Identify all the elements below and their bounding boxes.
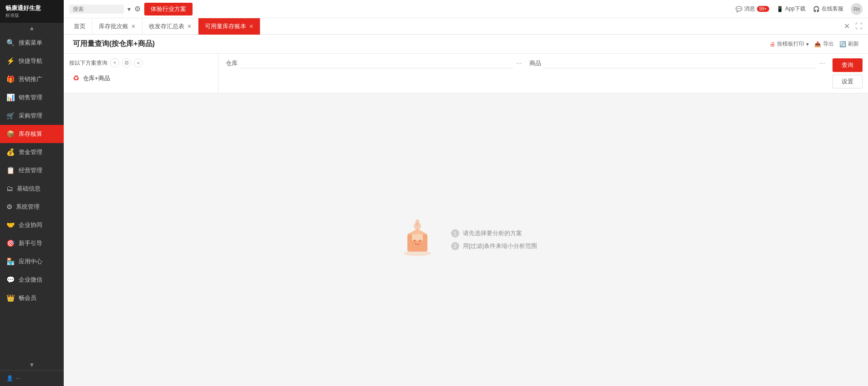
filter-field-warehouse: 仓库 ···: [226, 58, 522, 68]
sidebar-item-search[interactable]: 🔍 搜索菜单: [0, 34, 64, 52]
sidebar-item-sales[interactable]: 📊 销售管理: [0, 88, 64, 107]
refresh-button[interactable]: 🔄 刷新: [839, 40, 859, 48]
svg-rect-3: [412, 234, 423, 241]
sidebar-item-label: 搜索菜单: [19, 39, 42, 47]
sidebar-item-purchase[interactable]: 🛒 采购管理: [0, 107, 64, 125]
sidebar-item-basic[interactable]: 🗂 基础信息: [0, 180, 64, 198]
tab-batch[interactable]: 库存批次账 ✕: [92, 18, 142, 35]
page-title-bar: 可用量查询(按仓库+商品) 🖨 按模板打印 ▾ 📤 导出 🔄 刷新: [64, 35, 868, 54]
empty-hint-2: 2 用[过滤]条件来缩小分析范围: [451, 242, 537, 250]
sidebar-item-shortcut[interactable]: ⚡ 快捷导航: [0, 52, 64, 70]
sidebar-item-label: 销售管理: [19, 93, 42, 102]
purchase-icon: 🛒: [6, 112, 15, 120]
empty-box-svg: [395, 217, 440, 262]
filter-row-1: 仓库 ··· 商品 ···: [226, 58, 825, 68]
appstore-icon: 🏪: [6, 257, 15, 266]
goods-more-button[interactable]: ···: [819, 59, 825, 67]
empty-hints: 1 请先选择要分析的方案 2 用[过滤]条件来缩小分析范围: [451, 229, 537, 250]
basic-icon: 🗂: [6, 185, 13, 192]
sidebar-item-inventory[interactable]: 📦 库存核算: [0, 125, 64, 143]
sidebar-item-system[interactable]: ⚙ 系统管理: [0, 198, 64, 216]
tab-available-close[interactable]: ✕: [249, 23, 254, 30]
svg-point-8: [419, 240, 421, 242]
message-item[interactable]: 💬 消息 99+: [736, 5, 769, 13]
export-icon: 📤: [814, 41, 821, 47]
filter-field-goods: 商品 ···: [529, 58, 826, 68]
goods-label: 商品: [529, 59, 541, 67]
guide-icon: 🎯: [6, 239, 15, 247]
collapse-button[interactable]: «: [134, 58, 143, 67]
sidebar-item-label: 基础信息: [17, 185, 41, 193]
sidebar-item-enterprise[interactable]: 🤝 企业协同: [0, 216, 64, 234]
print-label: 按模板打印: [777, 40, 804, 48]
sidebar-item-label: 营销推广: [19, 75, 42, 83]
hint-text-1: 请先选择要分析的方案: [463, 229, 522, 237]
enterprise-icon: 🤝: [6, 221, 15, 229]
online-service-label: 在线客服: [822, 5, 843, 13]
trial-button[interactable]: 体验行业方案: [144, 3, 193, 15]
gear-button[interactable]: ⚙: [134, 5, 141, 13]
dropdown-button[interactable]: ▾: [127, 5, 131, 13]
user-avatar-small: 👤: [6, 375, 13, 381]
page-content: 可用量查询(按仓库+商品) 🖨 按模板打印 ▾ 📤 导出 🔄 刷新: [64, 35, 868, 386]
query-button[interactable]: 查询: [832, 58, 863, 72]
sidebar-item-label: 采购管理: [19, 112, 42, 120]
hint-num-2: 2: [451, 242, 459, 250]
sidebar-item-guide[interactable]: 🎯 新手引导: [0, 234, 64, 252]
app-download-item[interactable]: 📱 App下载: [777, 5, 806, 13]
close-tab-button[interactable]: ✕: [842, 20, 852, 32]
export-button[interactable]: 📤 导出: [814, 40, 834, 48]
sidebar-scroll-up[interactable]: ▲: [0, 23, 64, 34]
sidebar-item-label: 系统管理: [16, 203, 40, 211]
member-icon: 👑: [6, 294, 15, 302]
breadcrumb-input[interactable]: [69, 5, 124, 14]
shortcut-icon: ⚡: [6, 57, 15, 65]
scheme-item-warehouse-goods[interactable]: ♻ 仓库+商品: [69, 71, 213, 85]
add-scheme-button[interactable]: +: [110, 58, 119, 67]
empty-state: 1 请先选择要分析的方案 2 用[过滤]条件来缩小分析范围: [64, 93, 868, 386]
sidebar-item-label: 企业微信: [19, 276, 42, 284]
expand-tab-button[interactable]: ⛶: [853, 21, 864, 32]
inventory-icon: 📦: [6, 130, 15, 138]
app-download-icon: 📱: [777, 6, 783, 12]
print-button[interactable]: 🖨 按模板打印 ▾: [770, 40, 809, 48]
scheme-settings-button[interactable]: ⚙: [122, 58, 131, 67]
sidebar-item-operation[interactable]: 📋 经营管理: [0, 161, 64, 180]
warehouse-label: 仓库: [226, 59, 238, 67]
sidebar-scroll-down[interactable]: ▼: [0, 359, 64, 370]
sidebar-item-label: 资金管理: [19, 148, 42, 156]
sidebar-item-wechat[interactable]: 💬 企业微信: [0, 271, 64, 289]
tab-available[interactable]: 可用量库存账本 ✕: [198, 18, 260, 35]
tab-summary-close[interactable]: ✕: [187, 23, 192, 30]
app-name: 畅康通好生意: [5, 5, 58, 12]
svg-point-7: [414, 240, 416, 242]
title-actions: 🖨 按模板打印 ▾ 📤 导出 🔄 刷新: [770, 40, 859, 48]
refresh-label: 刷新: [848, 40, 859, 48]
sidebar: 畅康通好生意 标准版 ▲ 🔍 搜索菜单 ⚡ 快捷导航 🎁 营销推广 📊 销售管理…: [0, 0, 64, 386]
filter-settings-button[interactable]: 设置: [832, 75, 863, 88]
goods-input[interactable]: [544, 58, 817, 68]
tab-home[interactable]: 首页: [67, 18, 92, 35]
user-area[interactable]: Rit: [851, 3, 863, 15]
scheme-item-label: 仓库+商品: [83, 74, 110, 82]
sidebar-item-label: 新手引导: [19, 239, 42, 247]
warehouse-input[interactable]: [240, 58, 513, 68]
scheme-recycle-icon: ♻: [73, 74, 79, 82]
print-icon: 🖨: [770, 41, 775, 47]
sidebar-item-appstore[interactable]: 🏪 应用中心: [0, 252, 64, 271]
tab-batch-label: 库存批次账: [99, 22, 128, 31]
page-title: 可用量查询(按仓库+商品): [73, 39, 155, 49]
search-icon: 🔍: [6, 39, 15, 47]
sidebar-item-member[interactable]: 👑 畅会员: [0, 289, 64, 307]
tabs-right: ✕ ⛶: [842, 20, 868, 32]
tab-summary[interactable]: 收发存汇总表 ✕: [142, 18, 198, 35]
warehouse-more-button[interactable]: ···: [516, 59, 522, 67]
sidebar-item-finance[interactable]: 💰 资金管理: [0, 143, 64, 161]
empty-illustration: [395, 217, 440, 262]
sidebar-item-marketing[interactable]: 🎁 营销推广: [0, 70, 64, 88]
tab-batch-close[interactable]: ✕: [131, 23, 136, 30]
wechat-icon: 💬: [6, 276, 15, 284]
hint-text-2: 用[过滤]条件来缩小分析范围: [463, 242, 537, 250]
online-service-item[interactable]: 🎧 在线客服: [813, 5, 843, 13]
message-icon: 💬: [736, 6, 742, 12]
